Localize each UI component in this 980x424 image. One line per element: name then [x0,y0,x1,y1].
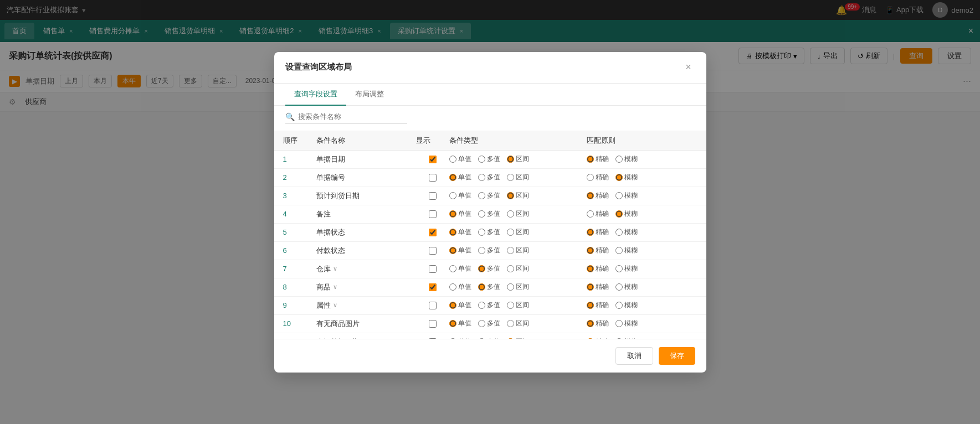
table-row: 1 单据日期 单值 多值 区间 精确 模糊 [274,151,706,169]
row-name: 属性 ∨ [316,301,416,311]
radio-match-fuzzy[interactable]: 模糊 [615,191,638,200]
radio-type-range[interactable]: 区间 [507,227,529,237]
radio-match-exact[interactable]: 精确 [587,319,609,328]
radio-type-multi[interactable]: 多值 [478,319,500,328]
radio-match-exact[interactable]: 精确 [587,191,609,200]
modal-tab-layout-label: 布局调整 [355,90,384,98]
radio-type-single[interactable]: 单值 [449,154,471,164]
row-name: 单据状态 [316,227,416,237]
table-header-row: 顺序 条件名称 显示 条件类型 匹配原则 [274,131,706,151]
row-num: 6 [283,246,316,255]
radio-type-range[interactable]: 区间 [507,154,529,164]
row-type-group: 单值 多值 区间 [449,209,587,219]
row-display-checkbox-wrap [416,247,449,255]
radio-type-multi[interactable]: 多值 [478,246,500,255]
radio-match-exact[interactable]: 精确 [587,282,609,292]
row-display-checkbox[interactable] [429,265,437,273]
radio-type-multi[interactable]: 多值 [478,191,500,200]
row-match-group: 精确 模糊 [587,264,697,273]
radio-type-single[interactable]: 单值 [449,209,471,219]
modal-header: 设置查询区域布局 × [274,52,706,84]
row-type-group: 单值 多值 区间 [449,282,587,292]
radio-match-fuzzy[interactable]: 模糊 [615,282,638,292]
row-num: 3 [283,192,316,200]
radio-match-fuzzy[interactable]: 模糊 [615,173,638,182]
conditions-scroll-area: 1 单据日期 单值 多值 区间 精确 模糊 2 单据编号 单值 [274,151,706,339]
row-name: 单据日期 [316,154,416,164]
row-num: 4 [283,210,316,218]
radio-type-range[interactable]: 区间 [507,301,529,310]
radio-match-fuzzy[interactable]: 模糊 [615,319,638,328]
radio-match-fuzzy[interactable]: 模糊 [615,209,638,219]
th-match: 匹配原则 [587,136,697,146]
radio-type-range[interactable]: 区间 [507,319,529,328]
modal-tab-layout[interactable]: 布局调整 [346,84,393,106]
row-match-group: 精确 模糊 [587,319,697,328]
radio-type-single[interactable]: 单值 [449,319,471,328]
table-row: 4 备注 单值 多值 区间 精确 模糊 [274,205,706,224]
radio-type-single[interactable]: 单值 [449,173,471,182]
search-input[interactable] [298,112,398,121]
radio-type-multi[interactable]: 多值 [478,301,500,310]
radio-type-range[interactable]: 区间 [507,246,529,255]
radio-type-range[interactable]: 区间 [507,209,529,219]
row-num: 2 [283,173,316,182]
row-match-group: 精确 模糊 [587,301,697,310]
row-name: 付款状态 [316,246,416,256]
row-display-checkbox[interactable] [429,156,437,163]
radio-match-exact[interactable]: 精确 [587,246,609,255]
radio-type-single[interactable]: 单值 [449,246,471,255]
radio-type-range[interactable]: 区间 [507,173,529,182]
modal-tabs: 查询字段设置 布局调整 [274,84,706,106]
radio-match-fuzzy[interactable]: 模糊 [615,246,638,255]
modal-overlay: 设置查询区域布局 × 查询字段设置 布局调整 🔍 顺序 条件名称 显示 [0,0,980,424]
radio-type-range[interactable]: 区间 [507,282,529,292]
row-display-checkbox[interactable] [429,247,437,255]
radio-type-single[interactable]: 单值 [449,191,471,200]
radio-match-exact[interactable]: 精确 [587,154,609,164]
radio-type-multi[interactable]: 多值 [478,173,500,182]
radio-type-range[interactable]: 区间 [507,191,529,200]
radio-type-multi[interactable]: 多值 [478,154,500,164]
radio-match-fuzzy[interactable]: 模糊 [615,227,638,237]
radio-type-single[interactable]: 单值 [449,301,471,310]
radio-type-multi[interactable]: 多值 [478,282,500,292]
row-display-checkbox-wrap [416,210,449,218]
radio-match-exact[interactable]: 精确 [587,301,609,310]
radio-match-fuzzy[interactable]: 模糊 [615,301,638,310]
row-display-checkbox[interactable] [429,192,437,200]
save-button[interactable]: 保存 [659,347,695,365]
radio-match-exact[interactable]: 精确 [587,264,609,273]
radio-match-fuzzy[interactable]: 模糊 [615,264,638,273]
radio-type-single[interactable]: 单值 [449,282,471,292]
row-display-checkbox[interactable] [429,210,437,218]
chevron-icon: ∨ [333,302,337,309]
modal-close-button[interactable]: × [682,61,695,74]
conditions-table: 顺序 条件名称 显示 条件类型 匹配原则 1 单据日期 单值 多值 区间 [274,131,706,339]
row-display-checkbox[interactable] [429,174,437,182]
row-name: 单据编号 [316,173,416,183]
row-display-checkbox[interactable] [429,283,437,291]
radio-match-exact[interactable]: 精确 [587,209,609,219]
radio-match-exact[interactable]: 精确 [587,227,609,237]
row-display-checkbox[interactable] [429,302,437,309]
radio-type-single[interactable]: 单值 [449,227,471,237]
row-num: 1 [283,155,316,163]
radio-match-exact[interactable]: 精确 [587,173,609,182]
row-name: 仓库 ∨ [316,264,416,274]
row-name: 备注 [316,209,416,219]
radio-type-single[interactable]: 单值 [449,264,471,273]
cancel-button[interactable]: 取消 [615,347,653,365]
row-name: 预计到货日期 [316,191,416,201]
modal-tab-query[interactable]: 查询字段设置 [285,84,346,106]
radio-type-multi[interactable]: 多值 [478,209,500,219]
radio-type-multi[interactable]: 多值 [478,264,500,273]
row-type-group: 单值 多值 区间 [449,154,587,164]
radio-type-range[interactable]: 区间 [507,264,529,273]
radio-type-multi[interactable]: 多值 [478,227,500,237]
row-display-checkbox-wrap [416,156,449,163]
radio-match-fuzzy[interactable]: 模糊 [615,154,638,164]
row-display-checkbox[interactable] [429,229,437,236]
row-type-group: 单值 多值 区间 [449,246,587,255]
row-display-checkbox[interactable] [429,320,437,328]
